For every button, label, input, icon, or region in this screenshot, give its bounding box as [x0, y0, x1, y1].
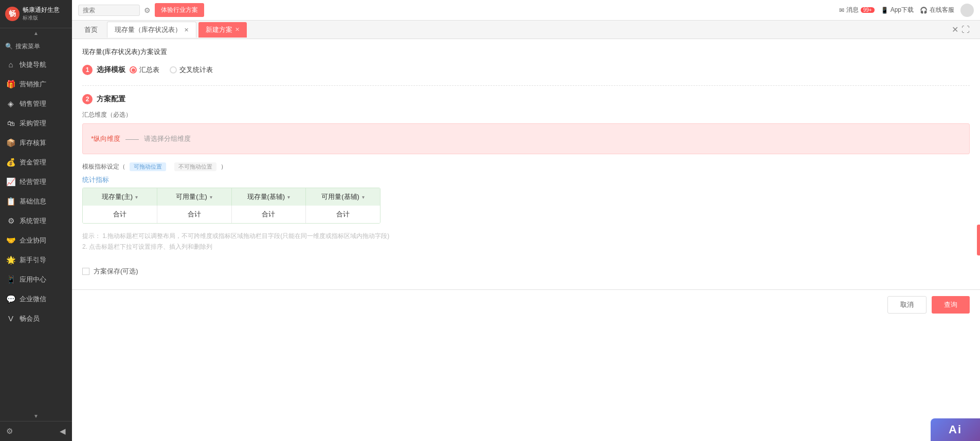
radio-cross-circle	[170, 66, 177, 74]
stats-col-2-chevron: ▾	[287, 194, 290, 200]
indicator-label-row: 模板指标设定（ 可拖动位置 不可拖动位置 ）	[82, 162, 970, 171]
messages-badge: 99+	[861, 7, 875, 13]
sidebar-item-member[interactable]: V 畅会员	[0, 309, 72, 328]
sidebar-item-label: 快捷导航	[20, 60, 46, 69]
tab-new-label: 新建方案	[206, 25, 232, 34]
tab-inventory-close-icon[interactable]: ✕	[184, 27, 189, 33]
stats-table-header: 现存量(主) ▾ 可用量(主) ▾ 现存量(基辅) ▾	[83, 188, 380, 206]
stats-table-row-0: 合计 合计 合计 合计	[83, 206, 380, 223]
sidebar-item-purchase[interactable]: 🛍 采购管理	[0, 114, 72, 133]
messages-label: 消息	[846, 6, 859, 14]
footer-bar: 取消 查询	[72, 289, 980, 320]
radio-cross-label: 交叉统计表	[179, 65, 213, 75]
tab-new-scheme[interactable]: 新建方案 ✕	[198, 22, 247, 38]
operations-icon: 📈	[6, 177, 15, 187]
cancel-button[interactable]: 取消	[887, 296, 927, 314]
tip-1: 提示： 1.拖动标题栏可以调整布局，不可跨维度或指标区域拖动栏目字段(只能在同一…	[82, 232, 970, 241]
sidebar-item-enterprise[interactable]: 🤝 企业协同	[0, 231, 72, 250]
drag-position-badge: 可拖动位置	[130, 162, 166, 171]
sidebar-scroll-up[interactable]: ▲	[0, 28, 72, 38]
industry-plan-button[interactable]: 体验行业方案	[155, 3, 204, 17]
stats-title: 统计指标	[82, 175, 970, 185]
app-edition: 标准版	[23, 14, 60, 22]
stats-col-3[interactable]: 可用量(基辅) ▾	[306, 188, 380, 206]
section1-header: 1 选择模板 汇总表 交叉统计表	[82, 65, 970, 75]
right-panel-indicator[interactable]	[977, 225, 980, 255]
sidebar-item-label: 企业协同	[20, 236, 46, 245]
sidebar-item-label: 销售管理	[20, 99, 46, 108]
save-checkbox[interactable]	[82, 268, 89, 275]
section2-title: 方案配置	[97, 95, 125, 104]
stats-cell-0-3: 合计	[306, 206, 380, 223]
sidebar-item-sales[interactable]: ◈ 销售管理	[0, 94, 72, 114]
dimension-placeholder: 请选择分组维度	[144, 134, 191, 143]
aggregate-label: 汇总维度（必选）	[82, 111, 970, 119]
topbar-right: ✉ 消息 99+ 📱 App下载 🎧 在线客服	[839, 4, 974, 17]
marketing-icon: 🎁	[6, 80, 15, 89]
stats-col-1-chevron: ▾	[210, 194, 212, 200]
logo-icon: 畅	[5, 7, 20, 21]
sidebar-search-label: 搜索菜单	[15, 42, 40, 51]
sidebar-item-basic[interactable]: 📋 基础信息	[0, 192, 72, 211]
sidebar-item-wechat[interactable]: 💬 企业微信	[0, 289, 72, 309]
appstore-icon: 📱	[6, 275, 15, 284]
stats-col-0[interactable]: 现存量(主) ▾	[83, 188, 157, 206]
content-area: 现存量(库存状况表)方案设置 1 选择模板 汇总表 交叉统计表	[72, 39, 980, 441]
radio-cross[interactable]: 交叉统计表	[170, 65, 213, 75]
tab-new-close-icon[interactable]: ✕	[235, 26, 240, 33]
expand-window-icon[interactable]: ⛶	[961, 25, 970, 34]
stats-col-2[interactable]: 现存量(基辅) ▾	[232, 188, 306, 206]
sidebar-item-label: 基础信息	[20, 197, 46, 206]
stats-table: 现存量(主) ▾ 可用量(主) ▾ 现存量(基辅) ▾	[82, 188, 380, 224]
sidebar-item-inventory[interactable]: 📦 库存核算	[0, 133, 72, 153]
messages-item[interactable]: ✉ 消息 99+	[839, 6, 875, 14]
sidebar-item-finance[interactable]: 💰 资金管理	[0, 153, 72, 172]
tab-inventory-status[interactable]: 现存量（库存状况表） ✕	[107, 22, 196, 38]
sidebar-search[interactable]: 🔍 搜索菜单	[0, 38, 72, 55]
sidebar-item-system[interactable]: ⚙ 系统管理	[0, 211, 72, 231]
section2-num: 2	[82, 94, 93, 104]
dimension-dash: ——	[125, 135, 139, 143]
app-name: 畅康通好生意	[23, 6, 60, 14]
section-choose-template: 1 选择模板 汇总表 交叉统计表	[82, 65, 970, 75]
main-area: ⚙ 体验行业方案 ✉ 消息 99+ 📱 App下载 🎧 在线客服 首页	[72, 0, 980, 441]
app-download-label: App下载	[891, 6, 914, 14]
content-inner: 现存量(库存状况表)方案设置 1 选择模板 汇总表 交叉统计表	[72, 39, 980, 289]
sidebar-item-newbie[interactable]: 🌟 新手引导	[0, 250, 72, 270]
sidebar-item-label: 营销推广	[20, 80, 46, 89]
sidebar-item-label: 系统管理	[20, 216, 46, 226]
sidebar-scroll-down[interactable]: ▼	[0, 411, 72, 421]
section1-num: 1	[82, 65, 93, 75]
finance-icon: 💰	[6, 158, 15, 167]
stats-col-0-label: 现存量(主)	[102, 192, 133, 201]
sidebar-item-marketing[interactable]: 🎁 营销推广	[0, 75, 72, 94]
app-download-item[interactable]: 📱 App下载	[881, 6, 914, 14]
indicator-close-paren: ）	[221, 162, 227, 171]
close-window-icon[interactable]: ✕	[952, 25, 958, 34]
stats-col-1[interactable]: 可用量(主) ▾	[157, 188, 232, 206]
dimension-box[interactable]: *纵向维度 —— 请选择分组维度	[82, 123, 970, 154]
query-button[interactable]: 查询	[932, 296, 970, 314]
stats-cell-0-0: 合计	[83, 206, 157, 223]
shortcut-icon: ⌂	[6, 60, 15, 69]
app-logo: 畅 畅康通好生意 标准版	[0, 0, 72, 28]
newbie-icon: 🌟	[6, 255, 15, 265]
stats-col-2-label: 现存量(基辅)	[247, 192, 285, 201]
settings-icon[interactable]: ⚙	[6, 427, 13, 436]
user-avatar[interactable]	[960, 4, 974, 17]
sidebar-item-appstore[interactable]: 📱 应用中心	[0, 270, 72, 289]
collapse-icon[interactable]: ◀	[60, 427, 66, 436]
topbar: ⚙ 体验行业方案 ✉ 消息 99+ 📱 App下载 🎧 在线客服	[72, 0, 980, 21]
save-label: 方案保存(可选)	[94, 267, 138, 276]
tips-section: 提示： 1.拖动标题栏可以调整布局，不可跨维度或指标区域拖动栏目字段(只能在同一…	[82, 232, 970, 251]
tab-home[interactable]: 首页	[77, 22, 105, 38]
topbar-gear-icon[interactable]: ⚙	[144, 6, 151, 14]
ai-badge[interactable]: Ai	[931, 418, 980, 441]
member-icon: V	[6, 314, 15, 323]
sidebar-item-operations[interactable]: 📈 经营管理	[0, 172, 72, 192]
sidebar-item-label: 应用中心	[20, 275, 46, 284]
online-service-item[interactable]: 🎧 在线客服	[920, 6, 954, 14]
topbar-search-input[interactable]	[78, 5, 140, 16]
radio-summary[interactable]: 汇总表	[130, 65, 159, 75]
sidebar-item-shortcut[interactable]: ⌂ 快捷导航	[0, 55, 72, 75]
